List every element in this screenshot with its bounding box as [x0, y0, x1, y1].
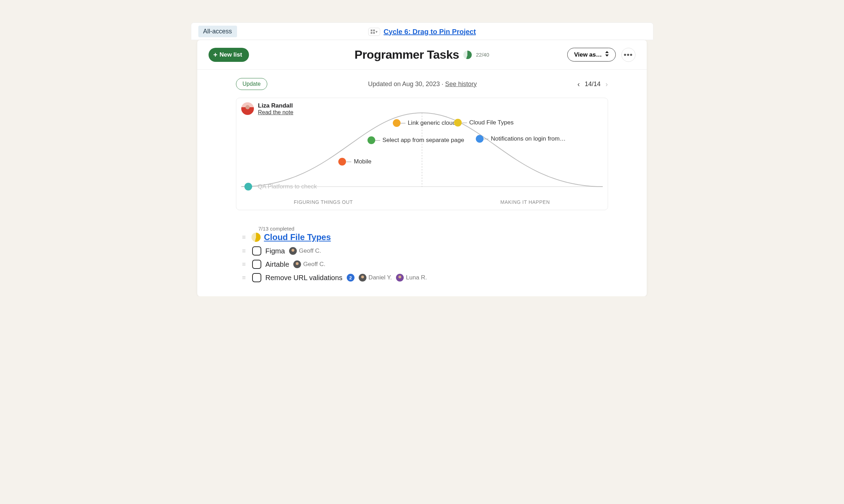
- task-list-block: 7/13 completed ≡ Cloud File Types ≡ Figm…: [240, 226, 608, 282]
- author-name: Liza Randall: [258, 102, 294, 109]
- avatar-icon: [396, 274, 404, 282]
- hill-dot-cloud-types[interactable]: [454, 119, 462, 127]
- main-card: + New list Programmer Tasks 22/40 View a…: [197, 40, 647, 296]
- progress-text: 22/40: [476, 52, 489, 58]
- list-completion-meta: 7/13 completed: [258, 226, 608, 232]
- ellipsis-icon: •••: [624, 50, 633, 59]
- progress-pie-icon: [463, 51, 472, 59]
- layout-switch-button[interactable]: ▾: [368, 28, 380, 36]
- assignee-chip[interactable]: Geoff C.: [289, 247, 321, 255]
- assignee-name: Luna R.: [406, 274, 427, 281]
- page-title: Programmer Tasks: [354, 48, 459, 62]
- task-checkbox[interactable]: [252, 273, 261, 282]
- avatar-icon: [359, 274, 366, 282]
- view-as-label: View as…: [574, 51, 602, 58]
- top-tab-bar: All-access ▾ Cycle 6: Drag to Pin Projec…: [191, 22, 653, 40]
- view-as-button[interactable]: View as…: [567, 48, 615, 62]
- hill-dot-label: Mobile: [354, 158, 371, 165]
- chevron-down-icon: ▾: [376, 30, 378, 34]
- assignee-name: Geoff C.: [303, 261, 325, 268]
- all-access-chip[interactable]: All-access: [198, 26, 237, 37]
- hill-dot-mobile[interactable]: [338, 158, 346, 166]
- assignee-chip[interactable]: Daniel Y.: [359, 274, 392, 282]
- subheader: Update Updated on Aug 30, 2023 · See his…: [236, 78, 608, 90]
- assignee-name: Geoff C.: [299, 247, 321, 254]
- task-name[interactable]: Figma: [266, 247, 285, 255]
- hill-dot-notifications[interactable]: [476, 135, 484, 143]
- list-progress-pie-icon: [251, 233, 261, 242]
- hill-dot-label: Select app from separate page: [382, 137, 464, 144]
- task-row: ≡ Figma Geoff C.: [240, 246, 608, 256]
- read-note-link[interactable]: Read the note: [258, 109, 294, 116]
- hill-chart[interactable]: QA Platforms to check Mobile Select app …: [241, 102, 603, 197]
- sort-icon: [605, 51, 609, 58]
- avatar: [241, 102, 254, 115]
- more-button[interactable]: •••: [621, 48, 635, 62]
- project-link[interactable]: Cycle 6: Drag to Pin Project: [384, 28, 476, 36]
- hill-chart-card: Liza Randall Read the note: [236, 98, 608, 210]
- avatar-icon: [293, 260, 301, 268]
- task-row: ≡ Airtable Geoff C.: [240, 260, 608, 269]
- task-name[interactable]: Remove URL validations: [266, 274, 343, 282]
- comment-count-badge[interactable]: 2: [347, 274, 354, 282]
- list-title-link[interactable]: Cloud File Types: [264, 232, 331, 242]
- assignee-chip[interactable]: Luna R.: [396, 274, 427, 282]
- task-checkbox[interactable]: [252, 246, 261, 256]
- pager-position: 14/14: [585, 80, 601, 88]
- update-button[interactable]: Update: [236, 78, 268, 90]
- plus-icon: +: [213, 51, 218, 58]
- assignee-chip[interactable]: Geoff C.: [293, 260, 325, 268]
- drag-handle-icon[interactable]: ≡: [240, 261, 248, 268]
- hill-dot-link-cloud[interactable]: [393, 119, 401, 127]
- hill-dot-qa[interactable]: [244, 183, 252, 190]
- hill-dot-select-app[interactable]: [367, 136, 375, 144]
- card-header: + New list Programmer Tasks 22/40 View a…: [197, 40, 647, 70]
- new-list-button[interactable]: + New list: [209, 48, 249, 62]
- assignee-name: Daniel Y.: [369, 274, 392, 281]
- hill-dot-label: QA Platforms to check: [258, 183, 317, 190]
- drag-handle-icon[interactable]: ≡: [240, 247, 248, 255]
- updated-timestamp: Updated on Aug 30, 2023: [368, 80, 440, 88]
- hill-dot-label: Link generic cloud f: [408, 119, 459, 127]
- task-checkbox[interactable]: [252, 260, 261, 269]
- grid-icon: [371, 30, 375, 34]
- new-list-label: New list: [219, 51, 242, 58]
- drag-handle-icon[interactable]: ≡: [240, 234, 248, 241]
- task-row: ≡ Remove URL validations 2 Daniel Y. Lun…: [240, 273, 608, 282]
- drag-handle-icon[interactable]: ≡: [240, 274, 248, 282]
- hill-dot-label: Cloud File Types: [469, 119, 513, 126]
- pager-prev-button[interactable]: ‹: [577, 80, 580, 88]
- task-name[interactable]: Airtable: [266, 260, 289, 269]
- hill-dot-label: Notifications on login from…: [491, 135, 566, 142]
- axis-left-label: FIGURING THINGS OUT: [294, 199, 353, 205]
- pager-next-button[interactable]: ›: [606, 80, 608, 88]
- avatar-icon: [289, 247, 297, 255]
- axis-right-label: MAKING IT HAPPEN: [500, 199, 550, 205]
- see-history-link[interactable]: See history: [445, 80, 477, 88]
